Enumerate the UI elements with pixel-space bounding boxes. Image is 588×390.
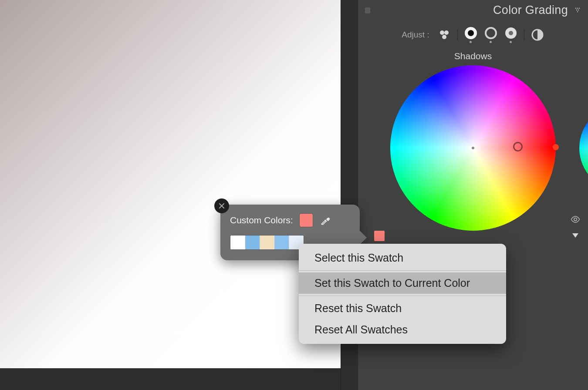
adjust-highlights-icon[interactable]: [504, 27, 518, 43]
svg-point-1: [577, 7, 578, 9]
custom-colors-title: Custom Colors:: [230, 215, 293, 225]
swatch-context-menu: Select this Swatch Set this Swatch to Cu…: [299, 244, 506, 344]
visibility-eye-icon[interactable]: [571, 216, 580, 225]
close-button[interactable]: [214, 198, 229, 213]
menu-separator: [299, 270, 506, 271]
eyedropper-icon[interactable]: [319, 215, 331, 226]
wheel-picker-handle[interactable]: [513, 142, 523, 151]
close-icon: [219, 203, 225, 209]
menu-separator: [299, 296, 506, 296]
mode-indicator-dot: [490, 41, 492, 43]
separator: [524, 29, 524, 40]
svg-point-13: [509, 31, 513, 35]
menu-item-reset-all-swatches[interactable]: Reset All Swatches: [299, 319, 506, 340]
separator: [457, 29, 458, 40]
panel-title: Color Grading: [493, 3, 568, 17]
current-color-swatch[interactable]: [374, 230, 385, 242]
svg-marker-16: [572, 233, 578, 238]
svg-point-8: [442, 35, 446, 39]
mode-indicator-dot: [470, 41, 472, 43]
svg-point-10: [468, 30, 474, 36]
svg-point-6: [440, 30, 444, 35]
adjust-label: Adjust :: [402, 30, 429, 40]
custom-swatches-row: [230, 235, 304, 250]
custom-swatch-3[interactable]: [260, 235, 274, 249]
shadows-color-wheel[interactable]: [390, 65, 556, 231]
adjust-global-icon[interactable]: [531, 28, 544, 41]
adjust-mode-row: Adjust :: [358, 21, 588, 46]
svg-point-4: [578, 9, 579, 10]
menu-item-reset-swatch[interactable]: Reset this Swatch: [299, 298, 506, 319]
svg-point-2: [579, 7, 580, 9]
panel-collapse-toggle[interactable]: [365, 7, 370, 13]
wheel-center-dot: [472, 147, 474, 149]
svg-point-7: [444, 30, 449, 35]
adjust-three-way-icon[interactable]: [437, 29, 451, 40]
wheel-hue-indicator[interactable]: [553, 144, 559, 150]
menu-item-set-swatch[interactable]: Set this Swatch to Current Color: [299, 272, 506, 294]
panel-menu-icon[interactable]: [574, 7, 581, 13]
custom-swatch-2[interactable]: [245, 235, 260, 249]
svg-point-0: [575, 7, 577, 9]
svg-point-11: [486, 28, 496, 38]
custom-swatch-1[interactable]: [230, 235, 245, 249]
mode-indicator-dot: [510, 41, 512, 43]
filmstrip-area: [0, 368, 341, 390]
current-color-preview[interactable]: [299, 213, 313, 227]
svg-point-15: [574, 218, 577, 221]
custom-swatch-4[interactable]: [274, 235, 289, 249]
image-preview[interactable]: [0, 0, 341, 368]
wheel-label: Shadows: [358, 51, 588, 61]
svg-point-3: [576, 9, 578, 10]
adjust-midtones-icon[interactable]: [484, 27, 498, 43]
adjust-shadows-icon[interactable]: [464, 27, 478, 43]
svg-point-5: [577, 11, 578, 12]
menu-item-select-swatch[interactable]: Select this Swatch: [299, 247, 506, 269]
disclosure-triangle-icon[interactable]: [571, 232, 579, 240]
midtones-color-wheel-peek[interactable]: [579, 104, 588, 192]
